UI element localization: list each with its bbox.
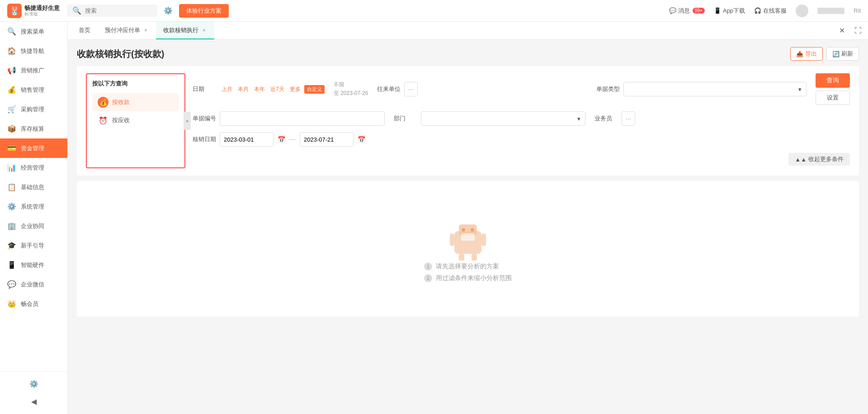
date-more[interactable]: 更多 (288, 85, 302, 94)
tab-1[interactable]: 预付冲应付单× (98, 22, 156, 39)
tab-2[interactable]: 收款核销执行× (156, 22, 214, 39)
export-icon: 📤 (796, 51, 803, 57)
date-range-separator: — (289, 135, 296, 143)
filter-by-receivable[interactable]: ⏰ 按应收 (92, 111, 179, 129)
online-service-btn[interactable]: 🎧 在线客服 (754, 7, 787, 15)
tab-label-1: 预付冲应付单 (105, 26, 140, 34)
date-label: 日期 (193, 85, 216, 93)
sidebar-label-purchase: 采购管理 (21, 105, 44, 114)
date-this-year[interactable]: 本年 (252, 85, 267, 94)
dept-select[interactable]: ▾ (421, 111, 586, 126)
sidebar-label-inventory: 库存核算 (21, 125, 44, 133)
filter-row-2: 单据编号 部门 ▾ 业务员 ··· (193, 111, 850, 126)
sidebar-label-marketing: 营销推广 (21, 67, 44, 75)
sidebar-icon-enterprise: 🏢 (7, 222, 16, 230)
empty-tip-2: 2 用过滤条件来缩小分析范围 (424, 274, 512, 282)
sidebar-item-finance[interactable]: 💳 资金管理 (0, 138, 67, 158)
tab-bar-right: ✕ ⛶ (835, 22, 864, 39)
partner-label: 往来单位 (377, 85, 401, 93)
settings-icon[interactable]: ⚙️ (161, 4, 175, 18)
svg-rect-8 (472, 254, 477, 261)
doc-no-input[interactable] (220, 111, 385, 126)
date-field: 日期 上月 本月 本年 近7天 更多 自定义 (193, 85, 325, 94)
receipt-label: 按收款 (112, 98, 130, 106)
sidebar-item-enterprise[interactable]: 🏢 企业协同 (0, 216, 67, 236)
doc-type-label: 单据类型 (596, 85, 620, 93)
sidebar-settings-btn[interactable]: ⚙️ (0, 375, 67, 393)
sidebar-icon-basic-info: 📋 (7, 183, 16, 191)
refresh-btn[interactable]: 🔄 刷新 (826, 47, 859, 61)
sidebar-item-hardware[interactable]: 📱 智能硬件 (0, 255, 67, 275)
receipt-icon: 💰 (98, 97, 108, 108)
verify-date-start[interactable] (220, 132, 274, 147)
svg-rect-7 (459, 254, 464, 261)
sidebar-item-basic-info[interactable]: 📋 基础信息 (0, 177, 67, 197)
filter-collapse-btn[interactable]: » (184, 112, 191, 130)
messages-btn[interactable]: 💬 消息 99+ (669, 7, 705, 15)
sidebar-item-guide[interactable]: 🎓 新手引导 (0, 236, 67, 255)
search-input[interactable] (85, 7, 153, 14)
sidebar-item-weixin[interactable]: 💬 企业微信 (0, 275, 67, 294)
partner-input[interactable]: ··· (404, 82, 418, 96)
collapse-more-area: ▲▲ 收起更多条件 (193, 150, 850, 168)
tab-close-1[interactable]: × (143, 27, 149, 34)
filter-panel: 按以下方查询 💰 按收款 ⏰ 按应收 » (77, 66, 859, 176)
sidebar-label-search-menu: 搜索菜单 (21, 28, 44, 36)
tab-close-all-btn[interactable]: ✕ (835, 24, 848, 37)
doc-type-select[interactable]: ▾ (623, 82, 807, 96)
tab-0[interactable]: 首页 (71, 22, 98, 39)
settings-btn[interactable]: 设置 (816, 90, 850, 105)
tab-expand-btn[interactable]: ⛶ (852, 24, 864, 37)
sidebar-label-management: 经营管理 (21, 164, 44, 172)
tab-close-2[interactable]: × (201, 27, 207, 34)
verify-date-start-icon[interactable]: 📅 (278, 136, 285, 143)
date-custom[interactable]: 自定义 (304, 85, 325, 94)
date-7days[interactable]: 近7天 (269, 85, 286, 94)
app-download-btn[interactable]: 📱 App下载 (714, 7, 745, 15)
sidebar-item-member[interactable]: 👑 畅会员 (0, 294, 67, 314)
staff-label: 业务员 (594, 114, 618, 123)
sidebar-bottom: ⚙️ ◀ (0, 371, 67, 414)
partner-field: 往来单位 ··· (377, 82, 587, 96)
date-last-month[interactable]: 上月 (220, 85, 234, 94)
sidebar-item-purchase[interactable]: 🛒 采购管理 (0, 100, 67, 119)
sidebar-collapse-btn[interactable]: ◀ (0, 393, 67, 410)
sidebar-icon-inventory: 📦 (7, 124, 16, 133)
export-btn[interactable]: 📤 导出 (790, 47, 823, 61)
search-bar[interactable]: 🔍 (67, 5, 157, 17)
refresh-icon: 🔄 (832, 51, 840, 57)
sidebar-icon-marketing: 📢 (7, 66, 16, 75)
empty-svg (445, 215, 491, 261)
content-area: 首页预付冲应付单×收款核销执行× ✕ ⛶ 收款核销执行(按收款) 📤 导出 🔄 (68, 22, 868, 414)
collapse-more-btn[interactable]: ▲▲ 收起更多条件 (788, 153, 850, 166)
chevron-down-icon: ▾ (798, 86, 802, 93)
sidebar-item-management[interactable]: 📊 经营管理 (0, 158, 67, 177)
sidebar-item-marketing[interactable]: 📢 营销推广 (0, 61, 67, 80)
sidebar: 🔍 搜索菜单 🏠 快捷导航 📢 营销推广 💰 销售管理 🛒 采购管理 📦 库存核… (0, 22, 68, 414)
phone-icon: 📱 (714, 7, 721, 14)
date-this-month[interactable]: 本月 (236, 85, 250, 94)
empty-illustration (445, 215, 491, 262)
sidebar-item-quick-nav[interactable]: 🏠 快捷导航 (0, 41, 67, 61)
sidebar-item-system[interactable]: ⚙️ 系统管理 (0, 197, 67, 216)
page-content: 收款核销执行(按收款) 📤 导出 🔄 刷新 按以下方查询 (68, 40, 868, 414)
verify-date-end[interactable] (300, 132, 354, 147)
date-no-limit: 不限 (334, 81, 368, 89)
filter-by-receipt[interactable]: 💰 按收款 (92, 93, 179, 111)
sidebar-item-search-menu[interactable]: 🔍 搜索菜单 (0, 22, 67, 41)
data-area: 1 请先选择要分析的方案 2 用过滤条件来缩小分析范围 (77, 181, 859, 317)
logo-text: 畅捷通好生意 标准版 (24, 5, 60, 17)
staff-field: 业务员 ··· (594, 111, 787, 126)
sidebar-item-inventory[interactable]: 📦 库存核算 (0, 119, 67, 138)
verify-date-end-icon[interactable]: 📅 (358, 136, 365, 143)
sidebar-item-sales[interactable]: 💰 销售管理 (0, 80, 67, 100)
query-btn[interactable]: 查询 (816, 73, 850, 88)
dept-chevron-icon: ▾ (577, 115, 580, 122)
sidebar-icon-member: 👑 (7, 300, 16, 308)
doc-no-field: 单据编号 (193, 111, 385, 126)
industry-btn[interactable]: 体验行业方案 (179, 4, 229, 18)
sidebar-label-basic-info: 基础信息 (21, 183, 44, 191)
staff-input[interactable]: ··· (622, 111, 635, 126)
sidebar-label-finance: 资金管理 (21, 144, 44, 152)
avatar (796, 5, 808, 17)
